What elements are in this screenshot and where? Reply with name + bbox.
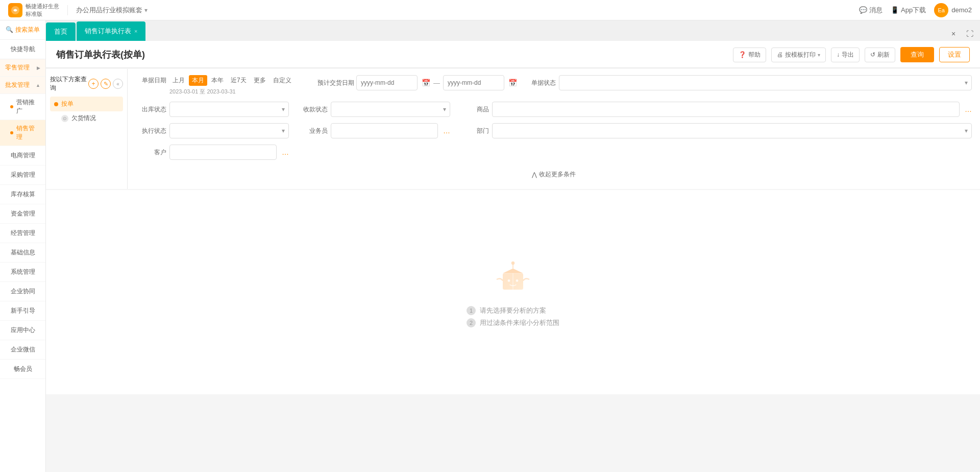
empty-state: 1 请先选择要分析的方案 2 用过滤条件来缩小分析范围 (456, 226, 570, 358)
status-field: 单据状态 (525, 75, 972, 90)
product-input[interactable] (492, 102, 960, 117)
message-icon: 💬 (859, 6, 867, 14)
date-label: 单据日期 (136, 76, 166, 85)
collection-label: 收款状态 (297, 105, 328, 114)
salesman-input[interactable] (331, 123, 438, 138)
dept-select[interactable] (492, 123, 972, 138)
customer-more-btn[interactable]: … (282, 148, 289, 156)
product-label: 商品 (458, 105, 489, 114)
sidebar-item-sales[interactable]: 销售管理 (0, 120, 45, 146)
page-content: 销售订单执行表(按单) ❓ 帮助 🖨 按模板打印 ▾ ↓ 导出 (46, 41, 980, 472)
refresh-btn[interactable]: ↺ 刷新 (865, 48, 895, 62)
search-btn[interactable]: 查询 (900, 47, 934, 62)
tab-close-window-btn[interactable]: × (947, 28, 960, 40)
add-scheme-btn[interactable]: + (88, 79, 99, 89)
empty-state-container: 1 请先选择要分析的方案 2 用过滤条件来缩小分析范围 (46, 190, 980, 394)
empty-tips: 1 请先选择要分析的方案 2 用过滤条件来缩小分析范围 (467, 306, 559, 327)
sidebar-search[interactable]: 🔍 搜索菜单 (0, 20, 45, 40)
tab-this-year[interactable]: 本年 (208, 75, 227, 86)
exec-status-label: 执行状态 (136, 127, 166, 135)
tab-this-month[interactable]: 本月 (189, 75, 207, 86)
dept-field: 部门 (458, 123, 972, 138)
message-action[interactable]: 💬 消息 (859, 6, 883, 15)
export-icon: ↓ (837, 51, 840, 58)
product-more-btn[interactable]: … (965, 105, 972, 113)
sidebar-item-enterprise[interactable]: 企业协同 (0, 282, 45, 301)
date-filter-tabs: 上月 本月 本年 近7天 更多 自定义 (169, 75, 295, 86)
page-title: 销售订单执行表(按单) (56, 49, 145, 61)
calendar-start-icon[interactable]: 📅 (422, 79, 430, 87)
help-icon: ❓ (739, 51, 746, 58)
export-btn[interactable]: ↓ 导出 (831, 48, 860, 62)
user-avatar: Ea (934, 3, 948, 17)
collapse-more-btn[interactable]: ⋀ 收起更多条件 (136, 166, 972, 183)
calendar-end-icon[interactable]: 📅 (508, 79, 517, 87)
svg-point-5 (508, 279, 510, 282)
sidebar-item-basics[interactable]: 基础信息 (0, 243, 45, 263)
exec-status-select[interactable] (169, 123, 289, 138)
page-actions: ❓ 帮助 🖨 按模板打印 ▾ ↓ 导出 ↺ 刷新 (733, 47, 970, 62)
customer-field: 客户 … (136, 145, 289, 160)
scheme-active-dot (54, 102, 58, 106)
salesman-label: 业务员 (297, 127, 328, 135)
outbound-field: 出库状态 (136, 102, 289, 117)
collapse-left-btn[interactable]: « (113, 79, 123, 89)
expected-date-end[interactable] (443, 75, 504, 90)
svg-point-6 (516, 279, 519, 282)
tab-current[interactable]: 销售订单执行表 × (77, 21, 145, 41)
collection-select[interactable] (331, 102, 450, 117)
date-tabs-row: 单据日期 上月 本月 本年 近7天 更多 自定义 (136, 75, 309, 86)
user-area[interactable]: Ea demo2 (934, 3, 972, 17)
sidebar-item-corpwx[interactable]: 企业微信 (0, 340, 45, 360)
scheme-debt-dot: ⊙ (61, 115, 68, 122)
tab-more[interactable]: 更多 (251, 75, 269, 86)
sidebar-item-system[interactable]: 系统管理 (0, 263, 45, 282)
tab-last-month[interactable]: 上月 (169, 75, 188, 86)
sidebar-item-ecommerce[interactable]: 电商管理 (0, 146, 45, 166)
dept-label: 部门 (458, 127, 489, 135)
print-dropdown-icon: ▾ (818, 52, 820, 58)
outbound-select[interactable] (169, 102, 289, 117)
breadcrumb-dropdown-icon: ▾ (144, 7, 148, 14)
help-btn[interactable]: ❓ 帮助 (733, 48, 766, 62)
sidebar-item-operation[interactable]: 经营管理 (0, 224, 45, 243)
sidebar-item-newbie[interactable]: 新手引导 (0, 301, 45, 321)
edit-scheme-btn[interactable]: ✎ (101, 79, 111, 89)
sidebar-item-retail[interactable]: 零售管理 (0, 59, 45, 77)
filter-row-2: 出库状态 收款状态 (136, 102, 972, 117)
settings-btn[interactable]: 设置 (939, 47, 970, 62)
sidebar-item-member[interactable]: 畅会员 (0, 360, 45, 379)
filter-right: 单据日期 上月 本月 本年 近7天 更多 自定义 (128, 69, 980, 189)
tab-home[interactable]: 首页 (46, 22, 76, 41)
status-select[interactable] (559, 75, 972, 90)
app-download-action[interactable]: 📱 App下载 (891, 6, 926, 15)
template-print-btn[interactable]: 🖨 按模板打印 ▾ (771, 48, 826, 62)
expected-date-start[interactable] (356, 75, 418, 90)
empty-illustration (493, 257, 533, 298)
exec-status-select-wrapper (169, 123, 289, 138)
svg-point-8 (511, 262, 514, 265)
scheme-item-debt[interactable]: ⊙ 欠货情况 (50, 111, 123, 125)
tab-maximize-btn[interactable]: ⛶ (964, 28, 976, 40)
sidebar-item-app-center[interactable]: 应用中心 (0, 321, 45, 340)
filter-section: 按以下方案查询 + ✎ « 按单 ⊙ 欠货情况 (46, 69, 980, 189)
customer-input[interactable] (169, 145, 277, 160)
sidebar-item-marketing[interactable]: 营销推广 (0, 94, 45, 120)
sidebar-item-purchase[interactable]: 采购管理 (0, 166, 45, 185)
sidebar-quick-nav[interactable]: 快捷导航 (0, 40, 45, 59)
wholesale-expand-icon (36, 82, 40, 88)
app-download-icon: 📱 (891, 6, 899, 14)
sidebar-item-inventory[interactable]: 库存核算 (0, 185, 45, 204)
tip-num-1: 1 (467, 306, 476, 315)
tab-custom[interactable]: 自定义 (270, 75, 295, 86)
status-label: 单据状态 (525, 79, 556, 87)
retail-expand-icon (37, 65, 40, 70)
tab-close-icon[interactable]: × (134, 28, 137, 34)
sidebar-item-wholesale[interactable]: 批发管理 (0, 77, 45, 94)
scheme-item-by-order[interactable]: 按单 (50, 97, 123, 111)
sidebar-item-finance[interactable]: 资金管理 (0, 204, 45, 224)
tab-last-7-days[interactable]: 近7天 (228, 75, 250, 86)
empty-tip-2: 2 用过滤条件来缩小分析范围 (467, 318, 559, 327)
salesman-more-btn[interactable]: … (443, 127, 450, 135)
breadcrumb[interactable]: 办公用品行业模拟账套 ▾ (76, 6, 148, 15)
